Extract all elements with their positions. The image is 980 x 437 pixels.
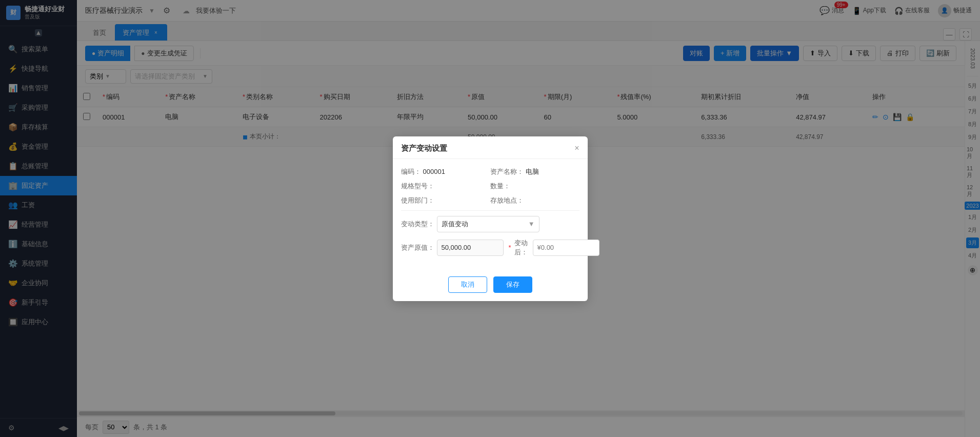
modal-dept-label: 使用部门： (401, 196, 434, 205)
modal-after-label: 变动后： (514, 239, 528, 257)
modal-divider (401, 210, 579, 211)
save-button[interactable]: 保存 (493, 276, 532, 293)
modal-info-row-1: 编码： 000001 资产名称： 电脑 (401, 167, 579, 176)
modal-dept-item: 使用部门： (401, 196, 490, 205)
modal-name-label: 资产名称： (490, 167, 524, 176)
modal-title: 资产变动设置 (401, 144, 447, 153)
modal-name-value: 电脑 (526, 167, 539, 176)
modal-header: 资产变动设置 × (393, 136, 588, 159)
modal-change-type-value: 原值变动 (442, 220, 468, 229)
required-star-after: * 变动后： (509, 239, 528, 257)
modal-body: 编码： 000001 资产名称： 电脑 规格型号： 数量： (393, 159, 588, 271)
modal-original-value-label: 资产原值： (401, 243, 437, 252)
modal-code-label: 编码： (401, 167, 421, 176)
modal-change-type-row: 变动类型： 原值变动 ▼ (401, 216, 579, 232)
modal-change-type-label: 变动类型： (401, 220, 437, 229)
modal-name-item: 资产名称： 电脑 (490, 167, 579, 176)
modal-value-row: 资产原值： * 变动后： (401, 239, 579, 257)
modal-quantity-item: 数量： (490, 182, 579, 191)
modal-quantity-label: 数量： (490, 182, 510, 191)
modal-change-type-select[interactable]: 原值变动 ▼ (437, 216, 539, 232)
modal-footer: 取消 保存 (393, 271, 588, 301)
modal-original-value-input[interactable] (437, 240, 504, 256)
modal-info-row-2: 规格型号： 数量： (401, 182, 579, 191)
modal-location-label: 存放地点： (490, 196, 524, 205)
modal-code-item: 编码： 000001 (401, 167, 490, 176)
modal-code-value: 000001 (423, 168, 445, 175)
modal-after-value-input[interactable] (533, 240, 599, 256)
modal-spec-item: 规格型号： (401, 182, 490, 191)
asset-change-modal: 资产变动设置 × 编码： 000001 资产名称： 电脑 规格型号： (393, 136, 588, 301)
modal-spec-label: 规格型号： (401, 182, 434, 191)
modal-location-item: 存放地点： (490, 196, 579, 205)
change-type-dropdown-icon: ▼ (528, 220, 535, 228)
cancel-button[interactable]: 取消 (448, 276, 487, 293)
modal-close-button[interactable]: × (574, 144, 579, 153)
modal-info-row-3: 使用部门： 存放地点： (401, 196, 579, 205)
modal-overlay[interactable]: 资产变动设置 × 编码： 000001 资产名称： 电脑 规格型号： (0, 0, 980, 437)
